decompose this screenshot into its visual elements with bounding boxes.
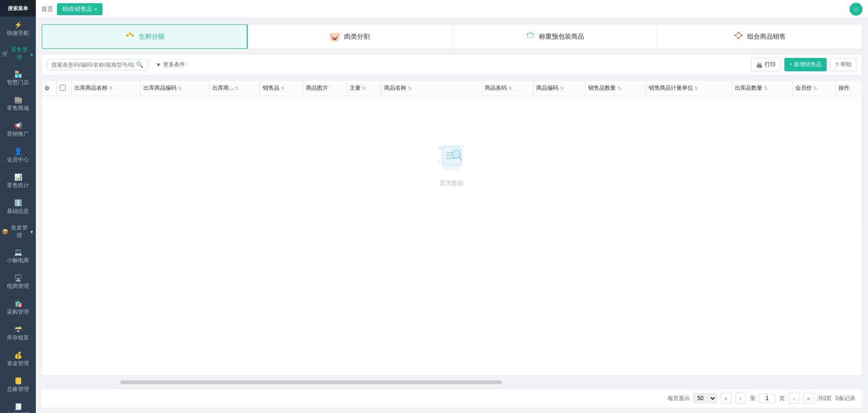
col-actions-label: 操作: [839, 85, 850, 91]
col-goods-image[interactable]: 商品图片: [303, 80, 346, 96]
col-sales-unit[interactable]: 销售商品计量单位 ⇅: [646, 80, 732, 96]
sidebar-item-label: 电商管理: [7, 282, 29, 290]
sidebar-item-label: 营销推广: [7, 130, 29, 138]
svg-line-17: [735, 33, 738, 35]
search-input[interactable]: [51, 62, 134, 68]
tab-weight-prepack[interactable]: 称重预包装商品: [453, 24, 658, 49]
tab-fresh-grade[interactable]: 生鲜分级: [41, 24, 248, 49]
print-button[interactable]: 🖨️ 打印: [751, 58, 781, 71]
sort-icon: ⇅: [618, 86, 621, 91]
col-sales-qty[interactable]: 销售品数量 ⇅: [585, 80, 646, 96]
per-page-label: 每页显示: [668, 395, 690, 402]
per-page-select[interactable]: 50 10 20 100: [693, 393, 717, 403]
page-unit: 页: [779, 395, 785, 402]
col-sales-goods[interactable]: 销售品 ⇅: [260, 80, 303, 96]
col-member-price-label: 会员价: [795, 85, 812, 91]
horizontal-scrollbar-thumb[interactable]: [120, 380, 502, 384]
table-header-row: ⚙ 出库商品名称 ⇅ 出库商品编码 ⇅: [42, 80, 862, 96]
sort-icon: ⇅: [694, 86, 698, 91]
col-checkbox[interactable]: [57, 80, 71, 96]
sidebar-item-finance[interactable]: 💰 资金管理: [0, 347, 36, 373]
sidebar-item-label: 快捷导航: [7, 29, 29, 37]
sidebar-item-retail-stats[interactable]: 📊 零售统计: [0, 169, 36, 195]
add-sales-item-button[interactable]: + 新增销售品: [784, 58, 827, 71]
sidebar-item-quick-nav[interactable]: ⚡ 快捷导航: [0, 17, 36, 42]
content-area: 生鲜分级 🐷 肉类分割: [36, 18, 868, 413]
page-input[interactable]: [759, 394, 776, 403]
horizontal-scrollbar[interactable]: [47, 380, 857, 384]
col-sales-qty-label: 销售品数量: [588, 85, 616, 91]
tab-weight-prepack-label: 称重预包装商品: [539, 33, 584, 41]
filter-icon: ▼: [156, 62, 161, 68]
sidebar-item-smart-store[interactable]: 🏪 智慧门店: [0, 66, 36, 92]
col-goods-image-label: 商品图片: [306, 85, 328, 91]
sidebar-item-label: 采购管理: [7, 308, 29, 316]
col-goods-barcode[interactable]: 商品条码 ⇅: [482, 80, 533, 96]
col-main-weight[interactable]: 主量 ⇅: [346, 80, 381, 96]
search-box[interactable]: 🔍: [47, 59, 148, 70]
sort-icon: ⇅: [362, 86, 366, 91]
select-all-checkbox[interactable]: [60, 85, 66, 91]
col-out-goods-name-label: 出库商品名称: [74, 85, 108, 91]
svg-point-21: [443, 166, 461, 170]
help-button[interactable]: ? 帮助: [830, 58, 857, 71]
first-page-button[interactable]: «: [720, 393, 732, 404]
fresh-grade-icon: [125, 30, 135, 43]
col-out-qty[interactable]: 出库品数量 ⇅: [732, 80, 793, 96]
sidebar-item-sales-promo[interactable]: 📢 营销推广: [0, 117, 36, 143]
sidebar-item-member-center[interactable]: 👤 会员中心: [0, 143, 36, 169]
prev-page-button[interactable]: ‹: [735, 393, 746, 404]
sidebar-item-retail-mgmt[interactable]: 🛒 零售管理 ▲: [0, 42, 36, 66]
next-page-icon: ›: [793, 396, 795, 401]
col-member-price[interactable]: 会员价 ⇅: [792, 80, 835, 96]
total-records: 0条记录: [835, 395, 855, 402]
sidebar-item-retail-mall[interactable]: 🏬 零售商城: [0, 92, 36, 117]
sidebar-item-ecom-mgmt[interactable]: 🖥️ 电商管理: [0, 270, 36, 295]
sort-icon: ⇅: [178, 86, 182, 91]
breadcrumb-home[interactable]: 首页: [41, 5, 53, 13]
sidebar-item-general-ledger[interactable]: 📒 总账管理: [0, 373, 36, 398]
finance-icon: 💰: [14, 351, 22, 359]
tab-meat-cut-label: 肉类分割: [344, 33, 370, 41]
sales-promo-icon: 📢: [14, 122, 22, 129]
purchase-mgmt-icon: 🛍️: [14, 300, 22, 307]
next-page-button[interactable]: ›: [789, 393, 800, 404]
retail-mgmt-icon: 🛒: [2, 51, 9, 57]
sidebar-item-inventory[interactable]: 🗃️ 库存核算: [0, 321, 36, 347]
sidebar-item-label: 会员中心: [7, 156, 29, 164]
topbar: 首页 特殊销售品 × U: [36, 0, 868, 18]
tab-combo-sales[interactable]: 组合商品销售: [658, 24, 862, 49]
filter-button[interactable]: ▼ 更多条件: [152, 59, 189, 70]
smart-store-icon: 🏪: [14, 70, 22, 78]
sidebar-item-basic-info[interactable]: ℹ️ 基础信息: [0, 195, 36, 220]
table: ⚙ 出库商品名称 ⇅ 出库商品编码 ⇅: [42, 80, 862, 228]
col-out-goods-code[interactable]: 出库商品编码 ⇅: [140, 80, 209, 96]
last-page-button[interactable]: »: [803, 393, 814, 404]
col-goods-barcode-label: 商品条码: [485, 85, 507, 91]
help-icon: ?: [835, 62, 839, 68]
sidebar-item-mini-ecom[interactable]: 💻 小畅电商: [0, 244, 36, 270]
sidebar-item-invoice-mgmt[interactable]: 🧾 发票管理: [0, 398, 36, 413]
col-goods-name[interactable]: 商品名称 ⇅: [381, 80, 482, 96]
meat-cut-icon: 🐷: [329, 31, 340, 42]
add-sales-item-label: + 新增销售品: [789, 61, 822, 69]
col-out-goods-name[interactable]: 出库商品名称 ⇅: [71, 80, 140, 96]
sidebar-item-wholesale-mgmt[interactable]: 📦 批发管理 ▼: [0, 220, 36, 244]
close-tab-icon[interactable]: ×: [94, 6, 97, 12]
col-out-goods-extra[interactable]: 出库商... ⇅: [209, 80, 260, 96]
main-content: 首页 特殊销售品 × U: [36, 0, 868, 413]
sort-icon: ⇅: [408, 86, 412, 91]
wholesale-mgmt-icon: 📦: [2, 229, 9, 235]
tab-meat-cut[interactable]: 🐷 肉类分割: [247, 24, 452, 49]
col-settings[interactable]: ⚙: [42, 80, 57, 96]
empty-illustration: [433, 137, 470, 173]
active-tab[interactable]: 特殊销售品 ×: [57, 3, 102, 15]
col-actions: 操作: [835, 80, 862, 96]
svg-rect-26: [446, 158, 454, 159]
col-goods-code[interactable]: 商品编码 ⇅: [533, 80, 585, 96]
sort-icon: ⇅: [813, 86, 817, 91]
pagination: 每页显示 50 10 20 100 « ‹ 第 页 › » 共0页 0: [41, 389, 862, 407]
sidebar-item-purchase-mgmt[interactable]: 🛍️ 采购管理: [0, 295, 36, 321]
inventory-icon: 🗃️: [14, 326, 22, 333]
avatar[interactable]: U: [850, 3, 862, 16]
